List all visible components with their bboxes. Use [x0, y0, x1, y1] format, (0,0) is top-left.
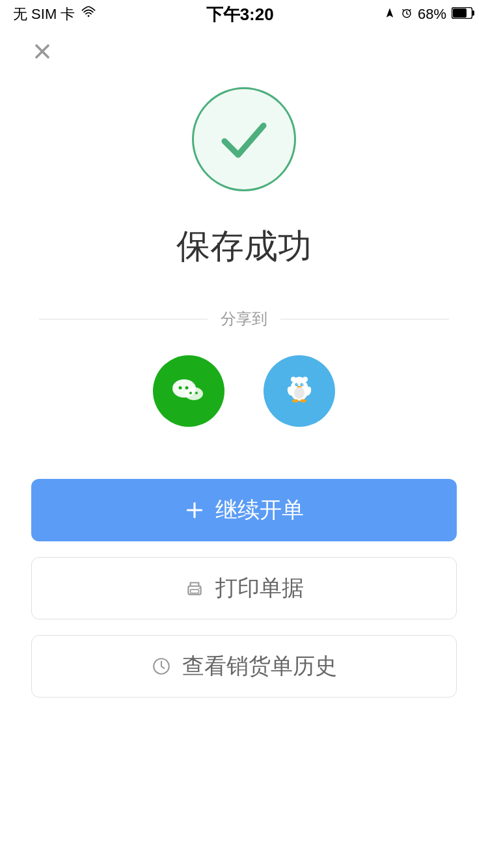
svg-point-19: [292, 400, 299, 403]
close-button[interactable]: [26, 35, 59, 68]
checkmark-icon: [215, 110, 273, 169]
battery-text: 68%: [418, 6, 446, 23]
continue-button-label: 继续开单: [215, 495, 304, 525]
history-icon: [151, 656, 172, 677]
share-icons: [153, 355, 335, 427]
success-title: 保存成功: [176, 224, 312, 269]
status-time: 下午3:20: [206, 3, 274, 26]
status-left: 无 SIM 卡: [13, 5, 96, 24]
status-bar: 无 SIM 卡 下午3:20 68%: [0, 0, 488, 29]
svg-point-24: [303, 377, 308, 382]
svg-point-18: [294, 387, 305, 399]
history-button-label: 查看销货单历史: [182, 651, 337, 681]
print-button-label: 打印单据: [215, 573, 304, 603]
print-button[interactable]: 打印单据: [31, 557, 457, 619]
plus-icon: [184, 500, 205, 521]
svg-point-27: [198, 588, 200, 589]
divider-line-left: [39, 319, 208, 319]
wechat-icon: [168, 370, 210, 412]
wifi-icon: [81, 5, 96, 23]
svg-point-9: [189, 392, 192, 394]
svg-point-20: [300, 400, 306, 403]
main-content: 保存成功 分享到: [0, 29, 488, 698]
svg-point-23: [291, 377, 296, 382]
svg-point-13: [295, 383, 299, 387]
share-label: 分享到: [208, 308, 280, 329]
svg-point-10: [195, 392, 198, 394]
location-icon: [384, 6, 396, 23]
no-sim-text: 无 SIM 卡: [13, 5, 75, 24]
printer-icon: [184, 578, 205, 599]
svg-point-7: [179, 387, 182, 390]
alarm-icon: [401, 6, 413, 23]
success-circle: [192, 87, 296, 191]
qq-icon: [278, 370, 320, 412]
battery-icon: [452, 6, 475, 23]
divider-line-right: [280, 319, 449, 319]
qq-share-button[interactable]: [264, 355, 335, 427]
history-button[interactable]: 查看销货单历史: [31, 635, 457, 698]
status-right: 68%: [384, 6, 475, 23]
svg-rect-4: [453, 8, 467, 18]
svg-point-0: [88, 15, 90, 17]
svg-point-16: [302, 383, 303, 385]
svg-point-8: [185, 387, 189, 390]
wechat-share-button[interactable]: [153, 355, 224, 427]
svg-point-14: [301, 383, 304, 387]
action-buttons: 继续开单 打印单据 查看销货单历史: [0, 479, 488, 698]
svg-point-15: [297, 383, 298, 385]
svg-rect-3: [472, 10, 475, 16]
continue-button[interactable]: 继续开单: [31, 479, 457, 541]
svg-rect-26: [191, 590, 199, 593]
share-divider: 分享到: [0, 308, 488, 329]
